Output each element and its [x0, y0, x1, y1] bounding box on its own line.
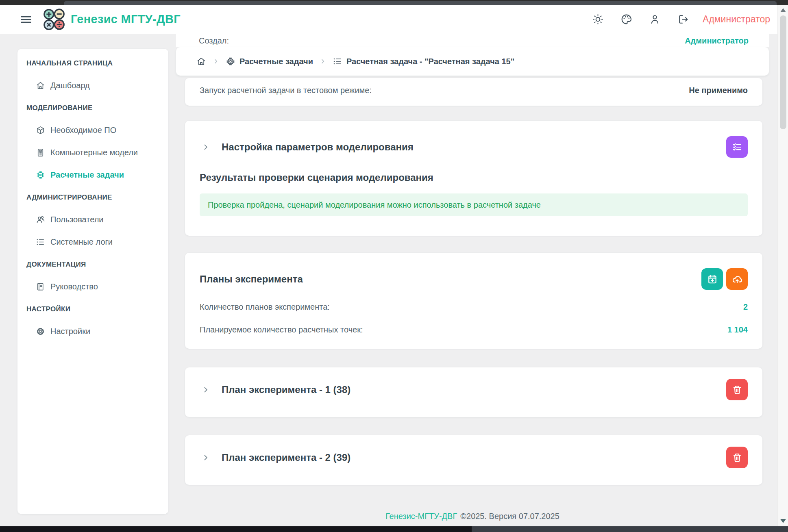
sidebar-item-required-software[interactable]: Необходимое ПО — [17, 119, 168, 141]
trash-icon — [732, 384, 742, 395]
plans-count-label: Количество планов эксперимента: — [200, 301, 330, 313]
users-icon — [36, 215, 45, 224]
logout-icon — [677, 13, 689, 25]
points-count-label: Планируемое количество расчетных точек: — [200, 324, 363, 335]
app-window: Генезис МГТУ-ДВГ Администратор НАЧАЛЬНАЯ… — [0, 0, 788, 532]
expand-plan-1-button[interactable] — [200, 384, 212, 396]
vertical-scrollbar[interactable] — [777, 5, 788, 526]
palette-button[interactable] — [620, 13, 633, 26]
upload-plan-button[interactable] — [726, 268, 748, 290]
chevron-right-icon — [202, 386, 210, 394]
plan-2-title: План эксперимента - 2 (39) — [222, 452, 726, 463]
checklist-icon — [732, 142, 742, 152]
sidebar-item-calculation-tasks[interactable]: Расчетные задачи — [17, 164, 168, 186]
logout-button[interactable] — [677, 13, 690, 26]
browser-top-strip — [0, 0, 788, 5]
experiment-plan-item-1: План эксперимента - 1 (38) — [185, 367, 762, 417]
sidebar-section-administration: АДМИНИСТРИРОВАНИЕ — [17, 186, 168, 208]
app-logo-icon — [43, 9, 65, 30]
delete-plan-1-button[interactable] — [726, 379, 748, 400]
sidebar-item-label: Руководство — [50, 282, 98, 291]
test-mode-row: Запуск расчетной задачи в тестовом режим… — [200, 78, 748, 96]
sidebar-item-label: Пользователи — [50, 215, 104, 224]
add-plan-button[interactable] — [701, 268, 723, 290]
cloud-upload-icon — [732, 274, 742, 284]
chevron-right-icon — [320, 58, 326, 65]
user-role-label[interactable]: Администратор — [703, 14, 770, 25]
delete-plan-2-button[interactable] — [726, 447, 748, 468]
header-actions: Администратор — [591, 13, 770, 26]
profile-button[interactable] — [648, 13, 661, 26]
sidebar-section-home: НАЧАЛЬНАЯ СТРАНИЦА — [17, 52, 168, 74]
taskbar-strip — [0, 526, 788, 532]
breadcrumb-task-list[interactable]: Расчетные задачи — [226, 56, 313, 66]
person-icon — [649, 13, 661, 25]
cpu-icon — [226, 56, 235, 66]
simulation-card-header: Настройка параметров моделирования — [200, 121, 748, 158]
check-success-message: Проверка пройдена, сценарий моделировани… — [208, 200, 541, 210]
plan-item-header: План эксперимента - 1 (38) — [200, 367, 748, 400]
created-by-label: Создал: — [199, 36, 229, 46]
theme-toggle-button[interactable] — [591, 13, 604, 26]
sidebar-item-system-logs[interactable]: Системные логи — [17, 231, 168, 253]
page-body: НАЧАЛЬНАЯ СТРАНИЦА Дашбоард МОДЕЛИРОВАНИ… — [0, 34, 788, 526]
sidebar-item-manual[interactable]: Руководство — [17, 276, 168, 298]
footer-version-text: ©2025. Версия 07.07.2025 — [460, 512, 559, 521]
scrollbar-thumb[interactable] — [780, 15, 786, 129]
home-icon — [196, 56, 206, 66]
plans-card-header: Планы эксперимента — [200, 253, 748, 290]
experiment-plans-card: Планы эксперимента Количество планов экс… — [185, 253, 762, 349]
menu-icon — [19, 13, 33, 26]
chevron-right-icon — [213, 58, 219, 65]
sidebar-item-label: Компьютерные модели — [50, 148, 138, 157]
sidebar-item-computer-models[interactable]: Компьютерные модели — [17, 141, 168, 164]
sidebar-section-modeling: МОДЕЛИРОВАНИЕ — [17, 97, 168, 119]
book-icon — [36, 282, 45, 291]
breadcrumb-task-list-label: Расчетные задачи — [239, 57, 313, 66]
points-count-row: Планируемое количество расчетных точек: … — [200, 324, 748, 335]
points-count-value: 1 104 — [727, 324, 748, 335]
sidebar-section-settings: НАСТРОЙКИ — [17, 298, 168, 320]
app-header: Генезис МГТУ-ДВГ Администратор — [0, 5, 788, 34]
plans-count-row: Количество планов эксперимента: 2 — [200, 301, 748, 313]
expand-simulation-button[interactable] — [200, 141, 212, 153]
scroll-up-arrow-icon[interactable] — [780, 8, 786, 12]
chevron-right-icon — [202, 454, 210, 462]
sidebar-item-label: Системные логи — [50, 237, 113, 247]
sidebar-item-label: Необходимое ПО — [50, 126, 116, 135]
taskbar-strip-right — [472, 526, 788, 532]
theme-sun-icon — [592, 13, 604, 25]
gear-icon — [36, 327, 45, 336]
sidebar-item-label: Настройки — [50, 327, 90, 336]
scenario-checklist-button[interactable] — [726, 136, 748, 158]
check-results-heading: Результаты проверки сценария моделирован… — [200, 172, 748, 184]
breadcrumb-home[interactable] — [196, 56, 206, 66]
check-success-alert: Проверка пройдена, сценарий моделировани… — [200, 193, 748, 216]
simulation-card-title: Настройка параметров моделирования — [222, 141, 726, 153]
breadcrumb-task-detail-label: Расчетная задача - "Расчетная задача 15" — [346, 57, 514, 66]
plans-card-title: Планы эксперимента — [200, 274, 701, 285]
sidebar-section-documentation: ДОКУМЕНТАЦИЯ — [17, 253, 168, 276]
experiment-plan-item-2: План эксперимента - 2 (39) — [185, 435, 762, 485]
plan-1-title: План эксперимента - 1 (38) — [222, 384, 726, 395]
footer-brand-link[interactable]: Генезис-МГТУ-ДВГ — [385, 512, 457, 521]
trash-icon — [732, 452, 742, 463]
scroll-down-arrow-icon[interactable] — [780, 519, 786, 523]
created-by-value: Администратор — [685, 36, 749, 46]
menu-toggle-button[interactable] — [18, 11, 34, 28]
chevron-right-icon — [202, 143, 210, 151]
test-mode-value: Не применимо — [689, 85, 748, 96]
palette-icon — [620, 13, 632, 25]
list-icon — [36, 237, 45, 247]
created-by-row: Создал: Администратор — [176, 34, 769, 47]
sidebar-item-settings[interactable]: Настройки — [17, 320, 168, 343]
calculator-icon — [36, 148, 45, 157]
sidebar-item-users[interactable]: Пользователи — [17, 208, 168, 231]
sidebar-item-dashboard[interactable]: Дашбоард — [17, 74, 168, 97]
app-title: Генезис МГТУ-ДВГ — [71, 13, 181, 26]
home-icon — [36, 81, 45, 90]
sidebar: НАЧАЛЬНАЯ СТРАНИЦА Дашбоард МОДЕЛИРОВАНИ… — [17, 49, 168, 514]
expand-plan-2-button[interactable] — [200, 452, 212, 464]
breadcrumb-task-detail: Расчетная задача - "Расчетная задача 15" — [333, 56, 514, 66]
page-footer: Генезис-МГТУ-ДВГ ©2025. Версия 07.07.202… — [176, 510, 769, 523]
